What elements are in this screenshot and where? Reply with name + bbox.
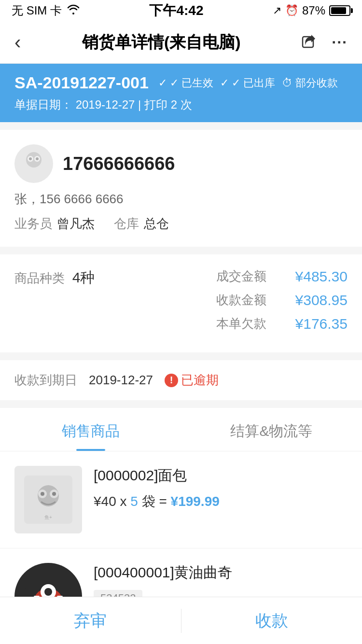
receipt-label: 收款金额 xyxy=(216,292,266,308)
list-item: 鱼+ [0000002]面包 ¥40 x 5 袋 = ¥199.99 xyxy=(0,451,362,548)
svg-point-4 xyxy=(29,157,32,160)
receipt-row: 收款金额 ¥308.95 xyxy=(216,292,348,308)
summary-left: 商品种类 4种 xyxy=(14,268,95,288)
staff-item: 业务员 曾凡杰 xyxy=(14,215,95,232)
tab-sales-products[interactable]: 销售商品 xyxy=(0,408,181,451)
kind-count: 4种 xyxy=(72,269,95,285)
status-bar: 无 SIM 卡 下午4:42 ↗ ⏰ 87% xyxy=(0,0,362,21)
product-info-1: [0000002]面包 ¥40 x 5 袋 = ¥199.99 xyxy=(94,466,348,511)
order-header-banner: SA-20191227-001 ✓ ✓ 已生效 ✓ ✓ 已出库 ⏱ 部分收款 单… xyxy=(0,64,362,122)
price-base-1: ¥40 xyxy=(94,494,116,509)
debt-value: ¥176.35 xyxy=(295,316,348,332)
tabs-row: 销售商品 结算&物流等 xyxy=(0,408,362,451)
deal-label: 成交金额 xyxy=(216,268,266,285)
product-name-1: [0000002]面包 xyxy=(94,466,348,486)
order-status-badges: ✓ ✓ 已生效 ✓ ✓ 已出库 ⏱ 部分收款 xyxy=(158,76,338,90)
location-icon: ↗ xyxy=(273,4,281,17)
status-left: 无 SIM 卡 xyxy=(12,3,80,18)
nav-actions: ··· xyxy=(302,33,348,52)
summary-section: 商品种类 4种 成交金额 ¥485.30 收款金额 ¥308.95 本单欠款 ¥… xyxy=(0,254,362,352)
due-date-section: 收款到期日 2019-12-27 ! 已逾期 xyxy=(0,360,362,400)
product-price-1: ¥40 x 5 袋 = ¥199.99 xyxy=(94,492,348,511)
page-title: 销货单详情(来自电脑) xyxy=(82,31,241,54)
clock-icon: ⏱ xyxy=(282,77,292,89)
tab-settlement[interactable]: 结算&物流等 xyxy=(181,408,362,451)
alarm-icon: ⏰ xyxy=(285,4,298,17)
bottom-bar: 弃审 收款 xyxy=(0,597,362,644)
order-date-label: 单据日期： xyxy=(14,98,72,111)
staff-value: 曾凡杰 xyxy=(57,215,95,232)
status-right: ↗ ⏰ 87% xyxy=(273,4,350,17)
total-1: ¥199.99 xyxy=(171,494,220,509)
badge-effective: ✓ ✓ 已生效 xyxy=(158,76,213,90)
share-icon[interactable] xyxy=(302,33,317,52)
svg-point-5 xyxy=(36,157,39,160)
debt-label: 本单欠款 xyxy=(216,315,266,332)
order-sub-info: 单据日期： 2019-12-27 | 打印 2 次 xyxy=(14,97,348,112)
staff-row: 业务员 曾凡杰 仓库 总仓 xyxy=(14,215,348,232)
badge-shipped: ✓ ✓ 已出库 xyxy=(220,76,275,90)
check-icon-1: ✓ xyxy=(158,77,167,89)
overdue-icon: ! xyxy=(165,374,178,387)
unit-1: 袋 xyxy=(142,494,155,509)
staff-label: 业务员 xyxy=(14,215,52,232)
warehouse-value: 总仓 xyxy=(144,215,169,232)
overdue-badge: ! 已逾期 xyxy=(165,372,219,389)
kind-label: 商品种类 xyxy=(14,271,65,285)
overdue-text: 已逾期 xyxy=(181,372,219,389)
receipt-value: ¥308.95 xyxy=(295,292,348,308)
due-date-value: 2019-12-27 xyxy=(89,373,153,388)
warehouse-label: 仓库 xyxy=(114,215,139,232)
order-id: SA-20191227-001 xyxy=(14,73,149,92)
carrier-label: 无 SIM 卡 xyxy=(12,3,62,18)
customer-section: 17666666666 张，156 6666 6666 业务员 曾凡杰 仓库 总… xyxy=(0,130,362,247)
qty-1: 5 xyxy=(130,494,138,509)
svg-point-11 xyxy=(52,492,56,496)
customer-name: 张，156 6666 6666 xyxy=(14,191,348,208)
wifi-icon xyxy=(67,4,80,17)
deal-row: 成交金额 ¥485.30 xyxy=(216,268,348,285)
svg-text:鱼+: 鱼+ xyxy=(44,515,52,520)
debt-row: 本单欠款 ¥176.35 xyxy=(216,315,348,332)
customer-phone: 17666666666 xyxy=(63,154,175,174)
back-button[interactable]: ‹ xyxy=(14,31,21,53)
order-print-info: | 打印 2 次 xyxy=(138,98,192,111)
deal-value: ¥485.30 xyxy=(295,268,348,285)
avatar xyxy=(14,144,53,183)
nav-bar: ‹ 销货单详情(来自电脑) ··· xyxy=(0,21,362,64)
check-icon-2: ✓ xyxy=(220,77,229,89)
badge-partial: ⏱ 部分收款 xyxy=(282,76,338,90)
warehouse-item: 仓库 总仓 xyxy=(114,215,169,232)
collect-payment-button[interactable]: 收款 xyxy=(181,610,362,632)
product-thumbnail-1: 鱼+ xyxy=(14,466,82,533)
battery-icon xyxy=(329,5,350,16)
order-date-value: 2019-12-27 xyxy=(76,98,135,111)
more-icon[interactable]: ··· xyxy=(332,33,348,51)
summary-right: 成交金额 ¥485.30 收款金额 ¥308.95 本单欠款 ¥176.35 xyxy=(216,268,348,339)
svg-point-10 xyxy=(41,492,44,496)
due-label: 收款到期日 xyxy=(14,372,77,389)
abandon-review-button[interactable]: 弃审 xyxy=(0,610,181,632)
svg-point-16 xyxy=(44,588,52,596)
status-time: 下午4:42 xyxy=(149,1,203,20)
product-name-2: [000400001]黄油曲奇 xyxy=(94,563,348,583)
battery-label: 87% xyxy=(302,4,325,17)
